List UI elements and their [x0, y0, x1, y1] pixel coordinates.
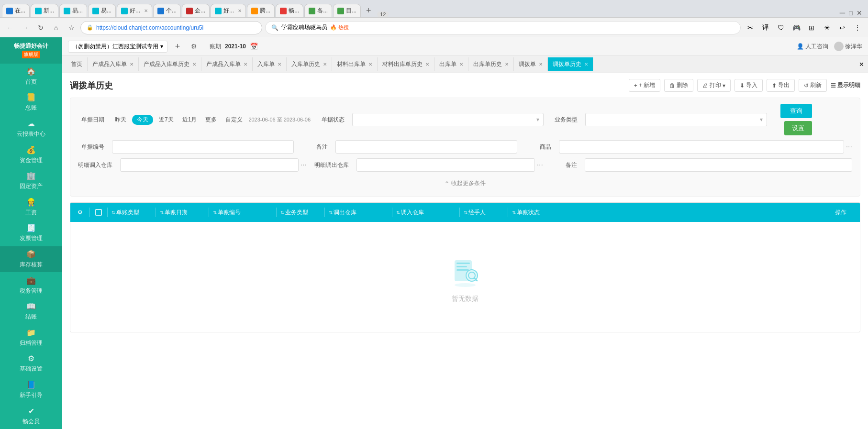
th-biz[interactable]: ⇅ 业务类型	[277, 204, 324, 221]
sidebar-item-archive[interactable]: 📁 归档管理	[0, 325, 62, 351]
detail-out-input[interactable]	[356, 158, 535, 172]
close-transfer[interactable]: ✕	[539, 62, 543, 67]
close-material-outbound-history[interactable]: ✕	[425, 62, 429, 67]
sidebar-item-invoice[interactable]: 🧾 发票管理	[0, 220, 62, 246]
sidebar-item-close-account[interactable]: 📖 结账	[0, 298, 62, 325]
tab-transfer[interactable]: 调拨单 ✕	[514, 57, 548, 71]
browser-tab-8[interactable]: 好... ✕	[211, 4, 246, 17]
sidebar-item-salary[interactable]: 👷 工资	[0, 194, 62, 220]
sidebar-item-tax[interactable]: 💼 税务管理	[0, 272, 62, 298]
detail-in-ellipsis[interactable]: ···	[300, 161, 307, 169]
window-minimize[interactable]: ─	[840, 9, 845, 17]
th-in[interactable]: ⇅ 调入仓库	[392, 204, 459, 221]
support-button[interactable]: 👤 人工咨询	[797, 43, 828, 51]
tab-close-5[interactable]: ✕	[144, 8, 148, 13]
import-button[interactable]: ⬇ 导入	[734, 79, 763, 92]
browser-tab-4[interactable]: 易...	[88, 4, 116, 17]
browser-tab-1[interactable]: 在...	[2, 4, 30, 17]
window-close[interactable]: ✕	[857, 9, 862, 17]
close-inbound-history[interactable]: ✕	[323, 62, 327, 67]
date-7days-btn[interactable]: 近7天	[156, 115, 177, 125]
tab-material-outbound[interactable]: 材料出库单 ✕	[332, 57, 378, 71]
close-outbound-history[interactable]: ✕	[505, 62, 509, 67]
close-inbound[interactable]: ✕	[278, 62, 281, 67]
brightness-ext[interactable]: ☀	[820, 21, 834, 34]
address-input[interactable]: 🔒 https://cloud.chanjet.com/accounting/u…	[80, 21, 262, 34]
company-settings-button[interactable]: ⚙	[188, 40, 200, 53]
th-checkbox[interactable]	[90, 204, 107, 220]
tab-inbound-history[interactable]: 入库单历史 ✕	[287, 57, 332, 71]
company-selector[interactable]: （勿删勿禁用）江西服宝测试专用 ▾	[68, 41, 167, 53]
sidebar-item-member[interactable]: ✔ 畅会员	[0, 403, 62, 429]
home-button[interactable]: ⌂	[50, 22, 62, 34]
sidebar-item-home[interactable]: 🏠 首页	[0, 64, 62, 90]
sidebar-item-guide[interactable]: 📘 新手引导	[0, 377, 62, 403]
th-type[interactable]: ⇅ 单账类型	[108, 204, 156, 221]
query-button[interactable]: 查询	[780, 104, 812, 118]
new-button[interactable]: + + 新增	[629, 79, 660, 92]
th-gear[interactable]: ⚙	[70, 204, 89, 220]
menu-ext[interactable]: ⋮	[851, 21, 864, 34]
date-more-btn[interactable]: 更多	[202, 115, 220, 125]
goods-input[interactable]	[559, 140, 844, 154]
backup-input[interactable]	[585, 158, 852, 172]
close-material-outbound[interactable]: ✕	[368, 62, 372, 67]
bookmark-button[interactable]: ☆	[65, 22, 78, 34]
doc-num-input[interactable]	[112, 140, 294, 154]
tab-close-8[interactable]: ✕	[238, 8, 242, 13]
collapse-button[interactable]: ⌃ 收起更多条件	[445, 179, 486, 187]
setting-button[interactable]: 设置	[784, 121, 812, 135]
tab-finished-inbound[interactable]: 产成品入库单 ✕	[88, 57, 139, 71]
undo-ext[interactable]: ↩	[835, 21, 849, 34]
tab-material-outbound-history[interactable]: 材料出库单历史 ✕	[378, 57, 434, 71]
th-status[interactable]: ⇅ 单账状态	[508, 204, 831, 221]
tab-transfer-history[interactable]: 调拨单历史 ✕	[548, 57, 593, 71]
status-select[interactable]: ▾	[352, 113, 544, 126]
th-out[interactable]: ⇅ 调出仓库	[325, 204, 392, 221]
detail-in-input[interactable]	[120, 158, 299, 172]
biz-type-select[interactable]: ▾	[585, 113, 767, 126]
export-button[interactable]: ⬆ 导出	[767, 79, 795, 92]
delete-button[interactable]: 🗑 删除	[664, 79, 693, 92]
date-1month-btn[interactable]: 近1月	[179, 115, 200, 125]
sidebar-item-assets[interactable]: 🏢 固定资产	[0, 168, 62, 194]
browser-tab-2[interactable]: 新...	[31, 4, 58, 17]
sidebar-item-inventory[interactable]: 📦 库存核算	[0, 246, 62, 273]
user-button[interactable]: 徐泽华	[834, 42, 862, 51]
date-yesterday-btn[interactable]: 昨天	[112, 115, 129, 125]
print-button[interactable]: 🖨 打印 ▾	[697, 79, 731, 92]
close-all-button[interactable]: ✕	[859, 61, 864, 68]
remark-input[interactable]	[335, 140, 517, 154]
tab-outbound-history[interactable]: 出库单历史 ✕	[468, 57, 514, 71]
browser-tab-10[interactable]: 畅...	[276, 4, 303, 17]
translate-ext[interactable]: 译	[759, 21, 772, 34]
forward-button[interactable]: →	[19, 22, 32, 34]
browser-tab-11[interactable]: 各...	[304, 4, 332, 17]
refresh-button-page[interactable]: ↺ 刷新	[799, 79, 827, 92]
th-num[interactable]: ⇅ 单账编号	[209, 204, 276, 221]
close-finished-inbound-2[interactable]: ✕	[244, 62, 247, 67]
tab-inbound[interactable]: 入库单 ✕	[253, 57, 287, 71]
scissors-ext[interactable]: ✂	[744, 21, 757, 34]
browser-tab-7[interactable]: 企...	[182, 4, 210, 17]
refresh-button[interactable]: ↻	[34, 22, 47, 34]
game-ext[interactable]: 🎮	[790, 21, 803, 34]
browser-tab-3[interactable]: 易...	[59, 4, 87, 17]
close-outbound[interactable]: ✕	[459, 62, 463, 67]
select-all-checkbox[interactable]	[95, 209, 102, 216]
th-handler[interactable]: ⇅ 经手人	[460, 204, 508, 221]
show-cols-button[interactable]: ☰ 显示明细	[831, 79, 860, 92]
calendar-icon[interactable]: 📅	[250, 43, 258, 50]
browser-tab-5[interactable]: 好... ✕	[117, 4, 152, 17]
goods-ellipsis[interactable]: ···	[846, 143, 852, 151]
tab-home[interactable]: 首页	[66, 57, 88, 71]
close-transfer-history[interactable]: ✕	[584, 62, 588, 67]
search-bar[interactable]: 🔍 学霸应聘场驱鸟员 🔥 热搜	[265, 21, 741, 34]
reward-ext[interactable]: 🛡	[774, 21, 788, 34]
add-company-button[interactable]: +	[171, 40, 184, 53]
back-button[interactable]: ←	[4, 22, 16, 34]
th-date[interactable]: ⇅ 单账日期	[156, 204, 209, 221]
browser-tab-12[interactable]: 目...	[333, 4, 361, 17]
sidebar-item-cloud-report[interactable]: ☁ 云报表中心	[0, 116, 62, 142]
tab-finished-inbound-history[interactable]: 产成品入库单历史 ✕	[139, 57, 201, 71]
